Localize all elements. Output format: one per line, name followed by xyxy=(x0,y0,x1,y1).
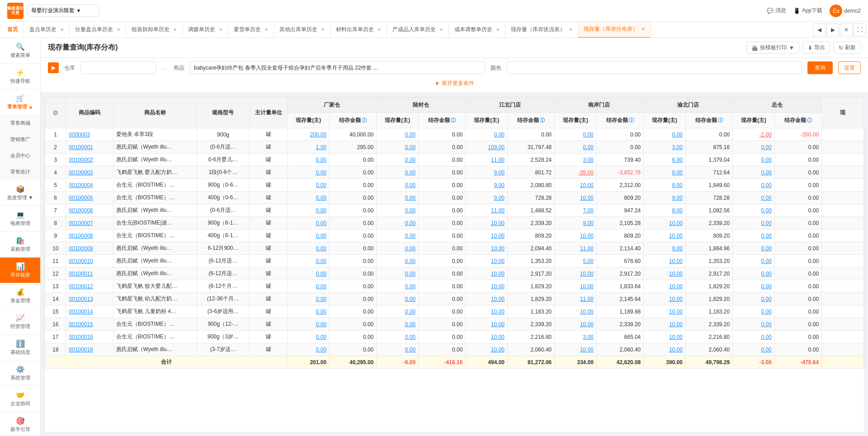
color-input[interactable] xyxy=(507,61,802,74)
cell-code: 00100001 xyxy=(66,141,113,154)
cell-lvcun-qty: 0.00 xyxy=(377,242,419,255)
lvcun-amt-info[interactable]: ⓘ xyxy=(451,117,456,123)
tab-next-btn[interactable]: ▶ xyxy=(826,23,839,36)
sidebar-item-wholesale[interactable]: 📦 批发管理 ▼ xyxy=(0,180,40,206)
tab-close-xiancun-zhuangtai[interactable]: ✕ xyxy=(569,27,572,32)
tab-xiancun-fenbu[interactable]: 现存量（库存分布表） ✕ xyxy=(578,22,651,38)
cell-no: 18 xyxy=(45,343,66,356)
operations-icon: 📈 xyxy=(2,314,38,322)
setting-button[interactable]: 设置 xyxy=(838,61,861,74)
cell-unit: 罐 xyxy=(249,280,288,293)
query-button[interactable]: 查询 xyxy=(807,61,833,74)
sidebar-item-retail-mall[interactable]: 零售商城 xyxy=(0,115,40,131)
cell-code: 00100008 xyxy=(66,230,113,242)
warehouse-ellipsis[interactable]: … xyxy=(159,65,168,71)
cell-nanan-amt: 947.24 xyxy=(596,204,643,217)
tab-yaohuo[interactable]: 要货单历史 ✕ xyxy=(228,22,274,38)
user-area[interactable]: Ea demo2 xyxy=(830,5,861,17)
tab-qitachuku[interactable]: 其他出库单历史 ✕ xyxy=(274,22,330,38)
cell-yubei-qty: 10.00 xyxy=(644,305,686,318)
tab-fenpandian[interactable]: 分量盘点单历史 ✕ xyxy=(70,22,126,38)
gear-icon: ⚙ xyxy=(52,109,58,117)
tab-close-qitachuku[interactable]: ✕ xyxy=(321,27,325,32)
sidebar-item-inventory[interactable]: 📊 库存核算 xyxy=(0,258,40,283)
jiangbei-amt-info[interactable]: ⓘ xyxy=(540,117,545,123)
tab-close-liaochuku[interactable]: ✕ xyxy=(377,27,381,32)
cell-total-amt: 0.00 xyxy=(774,242,821,255)
tab-close-pandian[interactable]: ✕ xyxy=(60,27,64,32)
cell-yubei-qty: 8.00 xyxy=(644,166,686,179)
refresh-btn[interactable]: ↻ 刷新 xyxy=(834,42,861,54)
cell-total-qty: 0.00 xyxy=(733,242,775,255)
sidebar-item-retail-stats[interactable]: 零售统计 xyxy=(0,164,40,180)
tab-chenben[interactable]: 成本调整单历史 ✕ xyxy=(449,22,505,38)
cell-factory-amt: 0.00 xyxy=(330,154,377,166)
cell-total-qty: -1.00 xyxy=(733,128,775,141)
tab-diaobo[interactable]: 调拨单历史 ✕ xyxy=(183,22,228,38)
tab-home[interactable]: 首页 xyxy=(2,22,24,38)
factory-amt-info[interactable]: ⓘ xyxy=(362,117,367,123)
th-lvcun-qty: 现存量(主) xyxy=(377,113,419,128)
tab-close-yaohuo[interactable]: ✕ xyxy=(264,27,268,32)
sidebar-item-system[interactable]: ⚙️ 系统管理 xyxy=(0,361,40,386)
cell-jiangbei-amt: 0.00 xyxy=(508,128,555,141)
tab-fullscreen-btn[interactable]: ⛶ xyxy=(854,23,866,36)
warehouse-input[interactable] xyxy=(80,61,156,74)
sidebar-item-search[interactable]: 🔍 搜索英单 xyxy=(0,38,40,64)
cell-yubei-qty: 10.00 xyxy=(644,293,686,305)
sidebar-item-operations[interactable]: 📈 经营管理 xyxy=(0,309,40,335)
product-input[interactable] xyxy=(190,61,485,74)
dropdown-icon: ▼ xyxy=(76,8,81,13)
sidebar-item-basic-info[interactable]: ℹ️ 基础信息 xyxy=(0,335,40,361)
cell-code: 00100012 xyxy=(66,280,113,293)
cell-jiangbei-amt: 1,829.20 xyxy=(508,280,555,293)
cell-code: 00100005 xyxy=(66,192,113,204)
cell-nanan-qty: 0.00 xyxy=(555,141,597,154)
sidebar-item-retail[interactable]: 🛒 零售管理 ▲ xyxy=(0,89,40,115)
tab-prev-btn[interactable]: ◀ xyxy=(813,23,826,36)
tab-close-all-btn[interactable]: ✕ xyxy=(840,23,853,36)
app-download-btn[interactable]: 📱 App下载 xyxy=(793,7,822,14)
cell-unit: 罐 xyxy=(249,255,288,267)
cell-yubei-qty: 0.00 xyxy=(644,128,686,141)
nanan-amt-info[interactable]: ⓘ xyxy=(629,117,634,123)
tab-zuhe[interactable]: 组装拆卸单历史 ✕ xyxy=(126,22,183,38)
tab-close-chenben[interactable]: ✕ xyxy=(496,27,500,32)
tab-liaochuku[interactable]: 材料出库单历史 ✕ xyxy=(330,22,387,38)
cell-name: 合生元（BIOSTIME）… xyxy=(113,179,197,192)
company-selector[interactable]: 母婴行业演示陈套 ▼ xyxy=(27,5,99,17)
tab-pandian[interactable]: 盘点单历史 ✕ xyxy=(24,22,70,38)
cell-jiangbei-amt: 728.28 xyxy=(508,192,555,204)
message-btn[interactable]: 💬 消息 xyxy=(767,7,786,14)
inventory-icon: 📊 xyxy=(2,262,38,271)
table-row: 15 00100014 飞鹤星飞帆 儿童奶粉 4… (3-6岁适用… 罐 0.0… xyxy=(45,305,864,318)
cell-lvcun-amt: 0.00 xyxy=(419,217,466,230)
tab-close-diaobo[interactable]: ✕ xyxy=(219,27,222,32)
sidebar-item-quicknav[interactable]: ⚡ 快捷导航 xyxy=(0,64,40,89)
cell-lvcun-amt: 0.00 xyxy=(419,267,466,280)
expand-arrow[interactable]: ▶ xyxy=(48,62,59,73)
sidebar-item-purchase[interactable]: 🛍️ 采购管理 xyxy=(0,232,40,258)
export-btn[interactable]: ⬇ 导出 xyxy=(803,42,830,54)
sidebar-item-ecommerce[interactable]: 💻 电商管理 xyxy=(0,206,40,232)
sidebar-item-finance[interactable]: 💰 资金管理 xyxy=(0,283,40,309)
sidebar-item-collab[interactable]: 🤝 企业协同 xyxy=(0,386,40,412)
cell-jiangbei-amt: 2,080.80 xyxy=(508,179,555,192)
tab-close-fenpandian[interactable]: ✕ xyxy=(117,27,120,32)
tab-close-xiancun-fenbu[interactable]: ✕ xyxy=(642,27,645,32)
total-amt-info[interactable]: ⓘ xyxy=(807,117,812,123)
footer-total-qty: -3.00 xyxy=(733,356,775,369)
tab-close-zuhe[interactable]: ✕ xyxy=(173,27,177,32)
sidebar-item-guide[interactable]: 🎯 新手引导 xyxy=(0,412,40,436)
sidebar-item-marketing[interactable]: 营销推广 xyxy=(0,131,40,148)
cell-nanan-qty: 10.00 xyxy=(555,305,597,318)
tab-chengpin[interactable]: 产成品入库单历史 ✕ xyxy=(387,22,449,38)
tab-close-chengpin[interactable]: ✕ xyxy=(439,27,443,32)
yubei-amt-info[interactable]: ⓘ xyxy=(718,117,723,123)
ecommerce-icon: 💻 xyxy=(2,211,38,219)
expand-conditions-btn[interactable]: ▼ 展开更多条件 xyxy=(431,78,478,89)
tab-xiancun-zhuangtai[interactable]: 现存量（库存状况表） ✕ xyxy=(505,22,578,38)
sidebar-item-member[interactable]: 会员中心 xyxy=(0,148,40,164)
th-gear[interactable]: ⚙ xyxy=(45,98,66,128)
print-btn[interactable]: 🖨️ 按模板打印 ▼ xyxy=(746,42,799,54)
